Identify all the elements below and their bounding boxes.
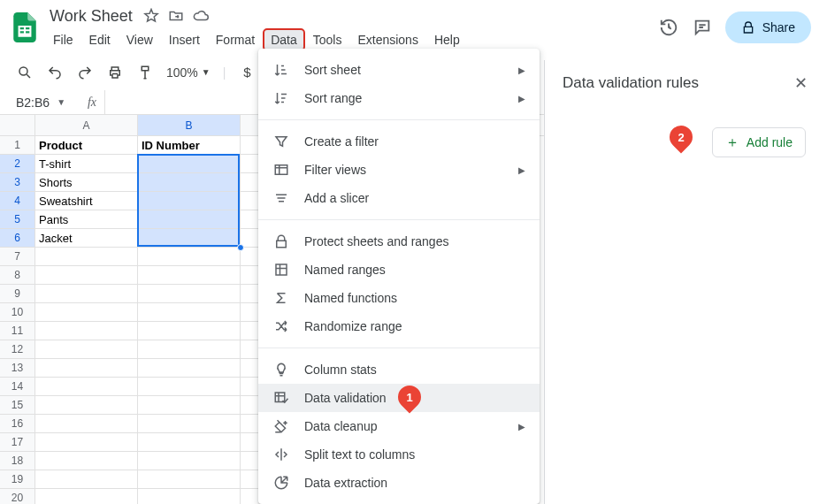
cell[interactable] [35,396,138,415]
cell[interactable] [35,378,138,396]
star-icon[interactable] [143,8,159,24]
cell[interactable] [35,452,138,470]
cell[interactable]: Pants [35,210,138,229]
cell[interactable] [138,452,241,470]
menu-format[interactable]: Format [209,29,262,50]
menu-item-column-stats[interactable]: Column stats [258,355,540,384]
row-header[interactable]: 14 [0,378,35,396]
cell[interactable] [138,322,241,340]
row-header[interactable]: 12 [0,340,35,359]
menu-item-named-functions[interactable]: Named functions [258,284,540,312]
cell[interactable]: Sweatshirt [35,192,138,210]
cell[interactable] [138,266,241,285]
menu-edit[interactable]: Edit [82,29,118,50]
cell[interactable] [35,415,138,433]
cell[interactable] [35,359,138,378]
row-header[interactable]: 4 [0,192,35,210]
cell[interactable] [138,192,241,210]
menu-item-sort-sheet[interactable]: Sort sheet▶ [258,56,540,84]
move-folder-icon[interactable] [168,8,184,24]
add-rule-button[interactable]: ＋ Add rule [712,127,806,157]
cell[interactable] [35,470,138,489]
row-header[interactable]: 16 [0,415,35,433]
history-icon[interactable] [658,17,679,38]
search-icon[interactable] [16,64,34,81]
row-header[interactable]: 3 [0,173,35,192]
cell[interactable] [138,433,241,452]
cell[interactable] [138,378,241,396]
currency-format-icon[interactable]: $ [238,64,256,81]
cell[interactable] [35,303,138,322]
cell[interactable] [138,285,241,303]
menu-file[interactable]: File [46,29,80,50]
cell[interactable] [35,248,138,266]
cell[interactable]: Shorts [35,173,138,192]
cell[interactable] [138,396,241,415]
cell[interactable] [35,340,138,359]
cell[interactable] [138,248,241,266]
cell[interactable] [138,210,241,229]
redo-icon[interactable] [76,64,94,81]
share-button[interactable]: Share [725,11,811,43]
row-header[interactable]: 7 [0,248,35,266]
undo-icon[interactable] [46,64,64,81]
menu-item-add-a-slicer[interactable]: Add a slicer [258,184,540,212]
cell[interactable] [35,433,138,452]
menu-item-create-a-filter[interactable]: Create a filter [258,127,540,156]
zoom-select[interactable]: 100%▼ [166,65,211,80]
cell[interactable] [138,173,241,192]
row-header[interactable]: 20 [0,489,35,504]
menu-item-randomize-range[interactable]: Randomize range [258,312,540,340]
cell[interactable] [138,340,241,359]
row-header[interactable]: 8 [0,266,35,285]
cell[interactable] [138,229,241,248]
cell[interactable]: Product [35,136,138,155]
row-header[interactable]: 10 [0,303,35,322]
doc-title[interactable]: Work Sheet [46,5,136,27]
row-header[interactable]: 15 [0,396,35,415]
row-header[interactable]: 18 [0,452,35,470]
menu-item-data-extraction[interactable]: Data extraction [258,469,540,497]
menu-extensions[interactable]: Extensions [350,29,425,50]
menu-item-named-ranges[interactable]: Named ranges [258,256,540,284]
menu-insert[interactable]: Insert [162,29,207,50]
cell[interactable] [138,470,241,489]
name-box[interactable]: B2:B6 ▼ [0,95,80,110]
close-icon[interactable]: ✕ [792,74,809,92]
cell[interactable] [35,285,138,303]
cell[interactable] [35,322,138,340]
cell[interactable] [35,489,138,504]
menu-item-protect-sheets-and-ranges[interactable]: Protect sheets and ranges [258,227,540,256]
cloud-status-icon[interactable] [193,8,209,24]
cell[interactable]: Jacket [35,229,138,248]
menu-help[interactable]: Help [427,29,467,50]
menu-item-sort-range[interactable]: Sort range▶ [258,84,540,112]
cell[interactable] [138,155,241,173]
menu-view[interactable]: View [119,29,160,50]
cell[interactable] [138,489,241,504]
row-header[interactable]: 2 [0,155,35,173]
cell[interactable] [35,266,138,285]
row-header[interactable]: 17 [0,433,35,452]
paint-format-icon[interactable] [136,64,154,81]
row-header[interactable]: 1 [0,136,35,155]
menu-data[interactable]: Data [264,29,304,50]
menu-item-split-text-to-columns[interactable]: Split text to columns [258,440,540,469]
row-header[interactable]: 5 [0,210,35,229]
row-header[interactable]: 6 [0,229,35,248]
cell[interactable]: T-shirt [35,155,138,173]
cell[interactable]: ID Number [138,136,241,155]
cell[interactable] [138,359,241,378]
print-icon[interactable] [106,64,124,81]
row-header[interactable]: 11 [0,322,35,340]
menu-tools[interactable]: Tools [306,29,349,50]
column-header[interactable]: A [35,115,138,135]
cell[interactable] [138,303,241,322]
menu-item-data-cleanup[interactable]: Data cleanup▶ [258,412,540,440]
row-header[interactable]: 13 [0,359,35,378]
comments-icon[interactable] [692,17,713,38]
select-all-corner[interactable] [0,115,35,135]
menu-item-filter-views[interactable]: Filter views▶ [258,156,540,184]
row-header[interactable]: 19 [0,470,35,489]
sheets-logo[interactable] [7,10,42,45]
